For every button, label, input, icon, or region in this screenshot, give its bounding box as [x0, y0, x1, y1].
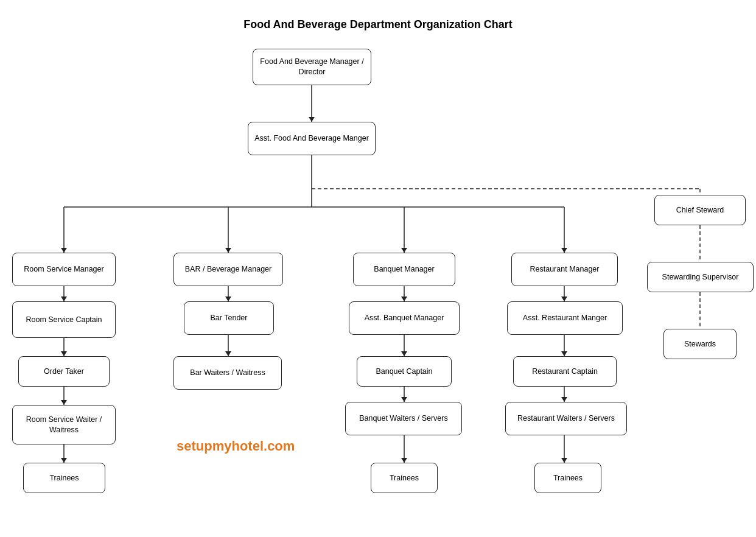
- node-trainees-bq: Trainees: [371, 463, 438, 493]
- node-asst-rest: Asst. Restaurant Manger: [507, 301, 623, 335]
- svg-marker-38: [401, 458, 407, 463]
- node-room-svc-mgr: Room Service Manager: [12, 253, 116, 286]
- svg-marker-37: [401, 397, 407, 402]
- node-rest-waiters: Restaurant Waiters / Servers: [505, 402, 627, 435]
- node-asst-fnb: Asst. Food And Beverage Manger: [248, 122, 376, 155]
- node-chief-steward: Chief Steward: [654, 195, 746, 225]
- svg-marker-34: [401, 248, 407, 253]
- node-room-svc-waiter: Room Service Waiter / Waitress: [12, 405, 116, 444]
- svg-marker-26: [61, 248, 67, 253]
- svg-marker-32: [225, 297, 231, 301]
- node-trainees-rs: Trainees: [23, 463, 105, 493]
- svg-marker-27: [61, 297, 67, 301]
- svg-marker-41: [561, 351, 567, 356]
- chart-container: Food And Beverage Department Organizatio…: [0, 0, 756, 537]
- svg-marker-29: [61, 400, 67, 405]
- svg-marker-40: [561, 297, 567, 301]
- svg-marker-31: [225, 248, 231, 253]
- node-bar-mgr: BAR / Beverage Manager: [173, 253, 283, 286]
- node-bar-waiters: Bar Waiters / Waitress: [173, 356, 282, 390]
- svg-marker-33: [225, 351, 231, 356]
- svg-marker-42: [561, 397, 567, 402]
- node-rest-capt: Restaurant Captain: [513, 356, 617, 387]
- svg-marker-25: [309, 117, 315, 122]
- svg-marker-30: [61, 458, 67, 463]
- node-room-svc-capt: Room Service Captain: [12, 301, 116, 338]
- node-banquet-mgr: Banquet Manager: [353, 253, 455, 286]
- chart-title: Food And Beverage Department Organizatio…: [0, 0, 756, 31]
- node-fnb-manager: Food And Beverage Manager / Director: [253, 49, 371, 85]
- node-order-taker: Order Taker: [18, 356, 110, 387]
- node-stewards: Stewards: [663, 329, 737, 359]
- node-asst-banquet: Asst. Banquet Manager: [349, 301, 460, 335]
- node-trainees-rest: Trainees: [534, 463, 601, 493]
- svg-marker-43: [561, 458, 567, 463]
- svg-marker-36: [401, 351, 407, 356]
- watermark: setupmyhotel.com: [177, 438, 295, 454]
- node-banquet-waiters: Banquet Waiters / Servers: [345, 402, 462, 435]
- svg-marker-39: [561, 248, 567, 253]
- node-stewarding-sup: Stewarding Supervisor: [647, 262, 754, 292]
- node-rest-mgr: Restaurant Manager: [511, 253, 618, 286]
- svg-marker-35: [401, 297, 407, 301]
- node-bar-tender: Bar Tender: [184, 301, 274, 335]
- svg-marker-28: [61, 351, 67, 356]
- node-banquet-capt: Banquet Captain: [357, 356, 452, 387]
